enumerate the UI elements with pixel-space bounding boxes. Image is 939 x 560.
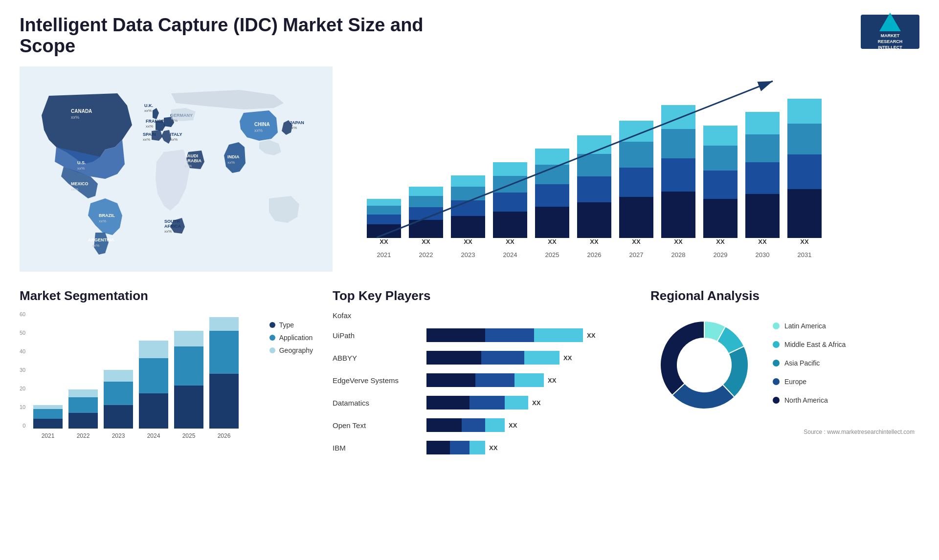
player-name-2: ABBYY: [333, 354, 421, 362]
svg-text:xx%: xx%: [146, 124, 153, 129]
seg-y-20: 20: [20, 386, 25, 391]
player-row-6: IBMXX: [333, 441, 626, 454]
svg-text:BRAZIL: BRAZIL: [99, 213, 115, 218]
donut-legend-label-1: Middle East & Africa: [784, 341, 846, 348]
bar-xx-label-2024: XX: [506, 238, 514, 245]
donut-legend-label-3: Europe: [784, 378, 806, 386]
bar-xx-label-2025: XX: [548, 238, 556, 245]
donut-legend-item-2: Asia Pacific: [773, 359, 846, 367]
donut-legend-item-4: North America: [773, 396, 846, 404]
seg-xlabel-2023: 2023: [104, 432, 133, 439]
seg-bar-group-2022: [68, 389, 98, 429]
page-header: Intelligent Data Capture (IDC) Market Si…: [20, 15, 919, 57]
geography-dot: [269, 347, 275, 353]
player-xx-4: XX: [532, 399, 540, 407]
seg-bar-group-2026: [209, 317, 239, 429]
player-name-0: Kofax: [333, 311, 421, 320]
logo-text: MARKETRESEARCHINTELLECT: [878, 33, 903, 50]
svg-text:xx%: xx%: [144, 108, 152, 113]
player-name-1: UiPath: [333, 331, 421, 340]
svg-text:xx%: xx%: [170, 137, 178, 142]
donut-dot-2: [773, 360, 780, 366]
player-xx-1: XX: [587, 332, 595, 339]
bar-group-2024: XX: [493, 162, 527, 247]
player-bar-4: XX: [426, 396, 540, 409]
legend-application: Application: [269, 334, 313, 342]
bar-xlabel-2021: 2021: [367, 251, 401, 258]
seg-xlabel-2021: 2021: [33, 432, 63, 439]
donut-dot-1: [773, 341, 780, 348]
svg-text:xx%: xx%: [143, 137, 150, 142]
donut-dot-0: [773, 323, 780, 329]
svg-text:xx%: xx%: [99, 219, 106, 223]
seg-y-50: 50: [20, 330, 25, 336]
bar-group-2022: XX: [409, 187, 443, 247]
bar-xx-label-2027: XX: [632, 238, 640, 245]
seg-bar-group-2024: [139, 341, 168, 429]
bar-group-2031: XX: [787, 99, 822, 247]
svg-text:U.S.: U.S.: [77, 160, 86, 165]
svg-text:JAPAN: JAPAN: [290, 120, 304, 125]
seg-y-60: 60: [20, 311, 25, 317]
map-svg: CANADA xx% U.S. xx% MEXICO xx% BRAZIL xx…: [20, 66, 333, 272]
svg-text:AFRICA: AFRICA: [164, 224, 181, 229]
svg-text:MEXICO: MEXICO: [71, 181, 89, 186]
bar-xx-label-2026: XX: [590, 238, 598, 245]
player-name-6: IBM: [333, 444, 421, 452]
player-row-3: EdgeVerve SystemsXX: [333, 373, 626, 387]
seg-bar-group-2021: [33, 405, 63, 429]
world-map: CANADA xx% U.S. xx% MEXICO xx% BRAZIL xx…: [20, 66, 333, 274]
bar-xlabel-2028: 2028: [661, 251, 695, 258]
donut-dot-4: [773, 397, 780, 404]
growth-chart: XXXXXXXXXXXXXXXXXXXXXX 20212022202320242…: [352, 66, 919, 274]
seg-y-40: 40: [20, 348, 25, 354]
player-xx-6: XX: [489, 444, 497, 452]
bar-xx-label-2031: XX: [800, 238, 808, 245]
player-xx-2: XX: [563, 354, 572, 362]
bar-group-2026: XX: [577, 135, 611, 247]
svg-text:SOUTH: SOUTH: [164, 219, 180, 224]
seg-y-30: 30: [20, 367, 25, 373]
seg-xlabel-2022: 2022: [68, 432, 98, 439]
bar-group-2028: XX: [661, 105, 695, 247]
bar-xlabel-2026: 2026: [577, 251, 611, 258]
svg-text:U.K.: U.K.: [144, 103, 153, 108]
donut-legend-item-3: Europe: [773, 378, 846, 386]
svg-text:xx%: xx%: [92, 243, 99, 248]
svg-text:xx%: xx%: [254, 128, 263, 133]
player-bar-5: XX: [426, 418, 517, 432]
svg-text:FRANCE: FRANCE: [146, 119, 164, 124]
logo-triangle-icon: [879, 13, 901, 31]
key-players-title: Top Key Players: [333, 288, 626, 303]
svg-text:xx%: xx%: [77, 166, 85, 171]
segmentation-section: Market Segmentation 60 50 40 30 20 10 0 …: [20, 288, 313, 463]
player-row-1: UiPathXX: [333, 328, 626, 342]
svg-text:xx%: xx%: [164, 229, 172, 234]
legend-application-label: Application: [279, 334, 313, 342]
bar-xlabel-2025: 2025: [535, 251, 569, 258]
bar-xx-label-2021: XX: [380, 238, 388, 245]
legend-type: Type: [269, 321, 313, 329]
player-name-4: Datamatics: [333, 399, 421, 407]
legend-type-label: Type: [279, 321, 294, 329]
bar-xx-label-2028: XX: [674, 238, 682, 245]
svg-text:xx%: xx%: [227, 160, 235, 165]
regional-title: Regional Analysis: [650, 288, 915, 303]
bar-xlabel-2024: 2024: [493, 251, 527, 258]
type-dot: [269, 322, 275, 328]
svg-text:xx%: xx%: [290, 126, 297, 130]
svg-text:ARGENTINA: ARGENTINA: [88, 237, 114, 242]
player-name-5: Open Text: [333, 421, 421, 430]
player-xx-3: XX: [548, 377, 556, 384]
svg-text:INDIA: INDIA: [227, 154, 240, 159]
bar-group-2027: XX: [619, 121, 653, 247]
bar-xlabel-2031: 2031: [787, 251, 822, 258]
seg-xlabel-2026: 2026: [209, 432, 239, 439]
svg-text:ITALY: ITALY: [170, 132, 182, 137]
donut-chart: [650, 311, 758, 419]
donut-wrap: Latin AmericaMiddle East & AfricaAsia Pa…: [650, 311, 915, 419]
bar-xlabel-2023: 2023: [451, 251, 485, 258]
bar-xlabel-2029: 2029: [703, 251, 738, 258]
svg-text:CANADA: CANADA: [71, 108, 92, 114]
bar-xlabel-2027: 2027: [619, 251, 653, 258]
